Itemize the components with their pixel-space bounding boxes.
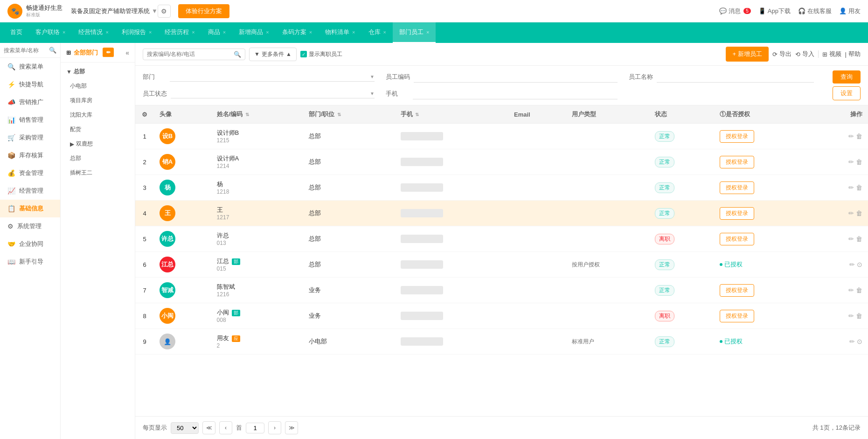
dept-item-label: 插树王二: [70, 169, 92, 177]
tab-profit[interactable]: 利润报告 ×: [115, 22, 158, 43]
tab-barcode[interactable]: 条码方案 ×: [276, 22, 319, 43]
col-name-code[interactable]: 姓名/编码 ⇅: [211, 105, 303, 124]
dept-filter-select[interactable]: ▼: [170, 72, 375, 82]
edit-btn[interactable]: ✏: [849, 338, 855, 345]
sidebar-item-label: 经营管理: [19, 187, 43, 195]
edit-btn[interactable]: ✏: [848, 312, 854, 320]
filter-row-status: 员工状态 ▼: [143, 88, 375, 99]
auth-btn[interactable]: 授权登录: [720, 310, 754, 322]
export-btn[interactable]: ⟳ 导出: [772, 50, 792, 58]
dept-item-zongbu[interactable]: 总部: [61, 151, 135, 166]
online-service-btn[interactable]: 🎧 在线客服: [798, 7, 832, 15]
phone-input[interactable]: [413, 88, 618, 99]
edit-btn[interactable]: ✏: [848, 235, 854, 243]
sidebar-item-purchase[interactable]: 🛒 采购管理: [0, 129, 60, 146]
sidebar-item-quicknav[interactable]: ⚡ 快捷导航: [0, 76, 60, 93]
sidebar-item-system[interactable]: ⚙ 系统管理: [0, 217, 60, 235]
delete-btn[interactable]: 🗑: [856, 209, 862, 217]
sidebar-item-guide[interactable]: 📖 新手引导: [0, 253, 60, 271]
help-btn[interactable]: | 帮助: [845, 50, 861, 58]
sidebar-item-search[interactable]: 🔍 搜索菜单: [0, 58, 60, 76]
dept-item-shenyang[interactable]: 沈阳大库: [61, 108, 135, 122]
auth-btn[interactable]: 授权登录: [720, 181, 754, 194]
guide-icon: 📖: [7, 258, 15, 265]
next-page-btn[interactable]: ›: [268, 421, 281, 434]
auth-btn[interactable]: 授权登录: [720, 207, 754, 220]
tab-warehouse[interactable]: 仓库 ×: [362, 22, 393, 43]
dept-collapse-btn[interactable]: «: [125, 49, 129, 56]
content-area: 🔍 ▼ 更多条件 ▲ ✓ 显示离职员工 + 新增员工 ⟳ 导出 ⟲ 导入: [135, 43, 868, 439]
trial-button[interactable]: 体验行业方案: [178, 4, 229, 18]
app-download-btn[interactable]: 📱 App下载: [758, 7, 791, 15]
dept-item-peihuo[interactable]: 配货: [61, 122, 135, 137]
import-btn[interactable]: ⟲ 导入: [795, 50, 814, 58]
delete-btn[interactable]: 🗑: [856, 235, 862, 243]
message-btn[interactable]: 💬 消息 5: [719, 7, 751, 15]
delete-btn[interactable]: 🗑: [856, 286, 862, 294]
user-btn[interactable]: 👤 用友: [839, 7, 861, 15]
gear-icon-btn[interactable]: ⚙: [158, 5, 171, 18]
sidebar-item-basic[interactable]: 📋 基础信息: [0, 200, 60, 217]
first-page-btn[interactable]: ≪: [202, 421, 215, 434]
all-dept-label[interactable]: 全部部门: [74, 49, 98, 57]
dept-item-shuanglu[interactable]: ▶ 双鹿想: [61, 137, 135, 151]
copy-btn[interactable]: ⊙: [857, 261, 862, 268]
page-number-input[interactable]: [246, 423, 264, 433]
delete-btn[interactable]: 🗑: [856, 158, 862, 166]
dept-item-xiaodian[interactable]: 小电部: [61, 79, 135, 93]
edit-btn[interactable]: ✏: [848, 184, 854, 191]
filter-more-btn[interactable]: ▼ 更多条件 ▲: [249, 48, 297, 61]
tab-new-goods[interactable]: 新增商品 ×: [232, 22, 275, 43]
dept-edit-icon[interactable]: ✏: [103, 48, 114, 57]
sidebar-item-marketing[interactable]: 📣 营销推广: [0, 93, 60, 111]
search-input[interactable]: [147, 51, 231, 57]
avatar: 小闽: [160, 308, 175, 324]
add-employee-btn[interactable]: + 新增员工: [726, 47, 768, 62]
reset-btn[interactable]: 设置: [833, 86, 861, 100]
sidebar-item-finance[interactable]: 💰 资金管理: [0, 164, 60, 182]
dept-item-project[interactable]: 项目库房: [61, 93, 135, 108]
tab-bom[interactable]: 物料清单 ×: [319, 22, 361, 43]
edit-btn[interactable]: ✏: [849, 261, 855, 268]
edit-btn[interactable]: ✏: [848, 286, 854, 294]
emp-code-input[interactable]: [414, 71, 618, 83]
sidebar-item-inventory[interactable]: 📦 库存核算: [0, 146, 60, 164]
auth-btn[interactable]: 授权登录: [720, 284, 754, 297]
edit-btn[interactable]: ✏: [848, 158, 854, 166]
tab-customer[interactable]: 客户联络 ×: [29, 22, 72, 43]
sidebar-search-input[interactable]: [4, 47, 49, 54]
tab-goods[interactable]: 商品 ×: [201, 22, 232, 43]
query-btn[interactable]: 查询: [833, 70, 861, 84]
tab-history[interactable]: 经营历程 ×: [158, 22, 201, 43]
filter-up-icon: ▲: [286, 51, 292, 57]
col-phone[interactable]: 手机 ⇅: [395, 105, 508, 124]
tab-department[interactable]: 部门员工 ×: [393, 22, 436, 43]
copy-btn[interactable]: ⊙: [857, 338, 862, 345]
show-resigned-toggle[interactable]: ✓ 显示离职员工: [300, 50, 342, 58]
delete-btn[interactable]: 🗑: [856, 132, 862, 140]
emp-name-input[interactable]: [657, 71, 814, 83]
col-status: 状态: [649, 105, 715, 124]
edit-btn[interactable]: ✏: [848, 209, 854, 217]
delete-btn[interactable]: 🗑: [856, 312, 862, 320]
emp-status-select[interactable]: ▼: [171, 89, 375, 98]
filter-row-phone: 手机: [386, 88, 618, 99]
dept-item-zongbu-top[interactable]: ▼ 总部: [61, 64, 135, 79]
delete-btn[interactable]: 🗑: [856, 184, 862, 191]
per-page-select[interactable]: 50 20 100: [171, 422, 199, 434]
col-settings[interactable]: ⚙: [135, 105, 154, 124]
prev-page-btn[interactable]: ‹: [219, 421, 232, 434]
col-dept[interactable]: 部门/职位 ⇅: [303, 105, 395, 124]
sidebar-item-collab[interactable]: 🤝 企业协同: [0, 235, 60, 253]
sidebar-item-operations[interactable]: 📈 经营管理: [0, 182, 60, 200]
auth-btn[interactable]: 授权登录: [720, 233, 754, 245]
tab-home[interactable]: 首页: [4, 22, 29, 43]
auth-btn[interactable]: 授权登录: [720, 156, 754, 168]
edit-btn[interactable]: ✏: [848, 132, 854, 140]
sidebar-item-sales[interactable]: 📊 销售管理: [0, 111, 60, 129]
auth-btn[interactable]: 授权登录: [720, 130, 754, 143]
view-btn[interactable]: ⊞ 视频: [822, 50, 841, 58]
tab-business[interactable]: 经营情况 ×: [72, 22, 115, 43]
dept-item-chashuwang[interactable]: 插树王二: [61, 166, 135, 180]
last-page-btn[interactable]: ≫: [285, 421, 298, 434]
